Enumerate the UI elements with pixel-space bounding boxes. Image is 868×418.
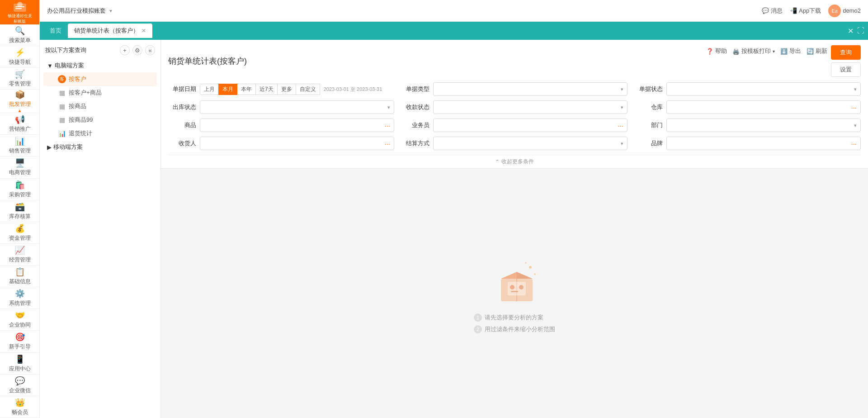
empty-hint-1: 1 请先选择要分析的方案 — [474, 314, 543, 322]
brand-label: 品牌 — [635, 139, 666, 147]
date-btn-7days[interactable]: 近7天 — [255, 84, 278, 95]
panel-header: 按以下方案查询 + ⚙ « — [40, 45, 160, 59]
sidebar-item-app-center[interactable]: 📱 应用中心 — [0, 353, 40, 375]
date-range-display: 2023-03-01 至 2023-03-31 — [324, 86, 382, 93]
refresh-icon: 🔄 — [807, 48, 814, 55]
tree-desktop-parent[interactable]: ▼ 电脑端方案 — [43, 59, 157, 72]
mobile-section-label: 移动端方案 — [53, 143, 83, 151]
department-select[interactable]: ▾ — [666, 119, 861, 132]
panel-settings-button[interactable]: ⚙ — [132, 45, 142, 55]
sidebar-item-finance[interactable]: 💰 资金管理 — [0, 222, 40, 244]
receiver-select[interactable]: ··· — [200, 137, 394, 150]
message-icon: 💬 — [762, 7, 769, 14]
out-status-label: 出库状态 — [168, 103, 200, 111]
svg-rect-11 — [511, 291, 518, 292]
help-icon: ❓ — [706, 48, 713, 55]
sidebar-item-ecommerce[interactable]: 🖥️ 电商管理 — [0, 157, 40, 178]
operations-icon: 📈 — [15, 245, 25, 255]
warehouse-select[interactable]: ··· — [666, 100, 861, 114]
top-header: 办公用品行业模拟账套 ▾ 💬 消息 📲 App下载 Ea demo2 — [40, 0, 868, 22]
right-main: 销货单统计表(按客户) ❓ 帮助 🖨️ 按模板打印 ▾ — [161, 40, 868, 418]
header-left: 办公用品行业模拟账套 ▾ — [47, 7, 112, 15]
user-menu[interactable]: Ea demo2 — [828, 5, 861, 17]
panel-add-button[interactable]: + — [120, 45, 130, 55]
order-status-select[interactable]: ▾ — [666, 82, 861, 96]
close-window-icon[interactable]: ✕ — [848, 27, 854, 35]
tab-bar: 首页 销货单统计表（按客户） ✕ ✕ ⛶ — [40, 22, 868, 40]
salesman-label: 业务员 — [401, 121, 433, 129]
member-icon: 👑 — [15, 398, 25, 408]
tree-item-by-customer-goods[interactable]: ▦ 按客户+商品 — [43, 86, 157, 100]
date-btn-this-year[interactable]: 本年 — [237, 84, 256, 95]
enterprise-wechat-icon: 💬 — [15, 376, 25, 386]
print-button[interactable]: 🖨️ 按模板打印 ▾ — [732, 47, 775, 55]
refresh-button[interactable]: 🔄 刷新 — [807, 47, 827, 55]
tree-item-return-stats[interactable]: 📊 退货统计 — [43, 127, 157, 140]
message-button[interactable]: 💬 消息 — [762, 7, 783, 15]
order-type-label: 单据类型 — [401, 85, 433, 93]
sidebar-item-purchase[interactable]: 🛍️ 采购管理 — [0, 179, 40, 200]
sidebar-item-operations[interactable]: 📈 经营管理 — [0, 244, 40, 266]
payment-status-label: 收款状态 — [401, 103, 433, 111]
sidebar-item-wholesale[interactable]: 📦 批发管理 ▲ — [0, 90, 40, 113]
app-center-icon: 📱 — [15, 354, 25, 364]
sidebar-item-system[interactable]: ⚙️ 系统管理 — [0, 287, 40, 309]
company-title: 办公用品行业模拟账套 — [47, 7, 106, 15]
print-icon: 🖨️ — [732, 48, 740, 55]
svg-rect-3 — [15, 8, 22, 9]
payment-status-select[interactable]: ▾ — [433, 100, 627, 114]
sidebar-item-enterprise-wechat[interactable]: 💬 企业微信 — [0, 375, 40, 396]
salesman-select[interactable]: ··· — [433, 119, 627, 132]
department-arrow: ▾ — [854, 123, 857, 128]
sidebar-item-newbie[interactable]: 🎯 新手引导 — [0, 331, 40, 352]
tab-home[interactable]: 首页 — [43, 24, 68, 38]
panel-title: 按以下方案查询 — [45, 46, 86, 54]
sidebar-item-quick-nav[interactable]: ⚡ 快捷导航 — [0, 46, 40, 68]
svg-point-14 — [525, 262, 527, 264]
out-status-arrow: ▾ — [387, 104, 390, 110]
query-button[interactable]: 查询 — [831, 45, 861, 60]
tree-item-by-customer[interactable]: 客 按客户 — [43, 72, 157, 86]
export-icon: ⬇️ — [780, 48, 788, 55]
company-dropdown[interactable]: ▾ — [109, 8, 112, 14]
sidebar: 畅捷通好生意 标账版 🔍 搜索菜单 ⚡ 快捷导航 🛒 零售管理 📦 批发管理 ▲… — [0, 0, 40, 418]
maximize-icon[interactable]: ⛶ — [857, 27, 864, 35]
date-btn-custom[interactable]: 自定义 — [296, 84, 320, 95]
out-status-select[interactable]: ▾ — [200, 100, 394, 114]
sidebar-item-marketing[interactable]: 📢 营销推广 — [0, 113, 40, 135]
date-btn-this-month[interactable]: 本月 — [218, 84, 237, 95]
goods-select[interactable]: ··· — [200, 119, 394, 132]
settings-button[interactable]: 设置 — [831, 62, 861, 77]
receiver-dots: ··· — [384, 140, 390, 147]
svg-marker-5 — [501, 272, 517, 279]
payment-method-select[interactable]: ▾ — [433, 137, 627, 150]
sales-mgmt-icon: 📊 — [15, 136, 25, 146]
collapse-bar[interactable]: ⌃ 收起更多条件 — [168, 155, 861, 168]
sidebar-item-member[interactable]: 👑 畅会员 — [0, 396, 40, 418]
svg-point-13 — [534, 273, 536, 275]
empty-hint-2: 2 用过滤条件来缩小分析范围 — [474, 325, 555, 333]
brand-select[interactable]: ··· — [666, 137, 861, 150]
order-type-select[interactable]: ▾ — [433, 82, 627, 96]
system-icon: ⚙️ — [15, 289, 25, 299]
date-btn-more[interactable]: 更多 — [277, 84, 296, 95]
panel-collapse-button[interactable]: « — [145, 45, 155, 55]
app-download-button[interactable]: 📲 App下载 — [790, 7, 821, 15]
tab-sales-report[interactable]: 销货单统计表（按客户） ✕ — [68, 24, 152, 38]
export-button[interactable]: ⬇️ 导出 — [780, 47, 801, 55]
content-area: 按以下方案查询 + ⚙ « ▼ 电脑端方案 客 按客户 ▦ — [40, 40, 868, 418]
date-btn-last-month[interactable]: 上月 — [200, 84, 219, 95]
sidebar-item-basic-info[interactable]: 📋 基础信息 — [0, 266, 40, 287]
tab-close-button[interactable]: ✕ — [142, 28, 146, 34]
sidebar-item-search[interactable]: 🔍 搜索菜单 — [0, 24, 40, 46]
tree-item-by-goods-99[interactable]: ▦ 按商品99 — [43, 113, 157, 127]
help-button[interactable]: ❓ 帮助 — [706, 47, 727, 55]
sidebar-item-enterprise[interactable]: 🤝 企业协同 — [0, 309, 40, 331]
warehouse-dots: ··· — [851, 104, 857, 111]
tree-item-by-goods[interactable]: ▦ 按商品 — [43, 100, 157, 113]
sidebar-item-sales-mgmt[interactable]: 📊 销售管理 — [0, 135, 40, 157]
sidebar-item-inventory[interactable]: 🗃️ 库存核算 — [0, 200, 40, 222]
retail-icon: 🛒 — [15, 69, 25, 79]
tree-mobile-parent[interactable]: ▶ 移动端方案 — [43, 140, 157, 154]
sidebar-item-retail[interactable]: 🛒 零售管理 — [0, 68, 40, 90]
